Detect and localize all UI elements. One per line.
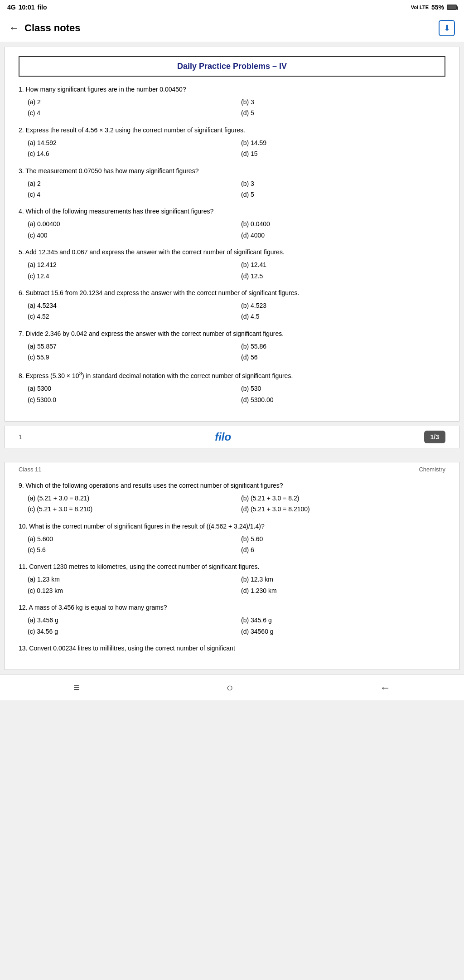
option-9b: (b) (5.21 + 3.0 = 8.2) [241, 493, 445, 503]
question-6-text: 6. Subtract 15.6 from 20.1234 and expres… [19, 288, 445, 298]
question-12-text: 12. A mass of 3.456 kg is equal to how m… [19, 603, 445, 612]
question-3-options: (a) 2 (b) 3 (c) 4 (d) 5 [19, 179, 445, 200]
option-3c: (c) 4 [28, 189, 232, 199]
option-10a: (a) 5.600 [28, 534, 232, 544]
question-10: 10. What is the correct number of signif… [19, 522, 445, 555]
question-6-options: (a) 4.5234 (b) 4.523 (c) 4.52 (d) 4.5 [19, 301, 445, 322]
page-title-box: Daily Practice Problems – IV [19, 56, 445, 77]
option-2c: (c) 14.6 [28, 149, 232, 159]
question-12-options: (a) 3.456 g (b) 345.6 g (c) 34.56 g (d) … [19, 615, 445, 636]
option-4a: (a) 0.00400 [28, 219, 232, 229]
page-number-left: 1 [19, 433, 22, 441]
option-3a: (a) 2 [28, 179, 232, 189]
question-5-text: 5. Add 12.345 and 0.067 and express the … [19, 247, 445, 257]
option-2b: (b) 14.59 [241, 138, 445, 148]
page-title: Daily Practice Problems – IV [177, 62, 287, 71]
page2-header: Class 11 Chemistry [5, 462, 459, 476]
option-12a: (a) 3.456 g [28, 615, 232, 625]
question-7-options: (a) 55.857 (b) 55.86 (c) 55.9 (d) 56 [19, 341, 445, 363]
question-4-text: 4. Which of the following measurements h… [19, 207, 445, 216]
question-1-options: (a) 2 (b) 3 (c) 4 (d) 5 [19, 97, 445, 118]
back-nav-button[interactable]: ← [380, 681, 391, 694]
question-9-text: 9. Which of the following operations and… [19, 481, 445, 490]
option-6b: (b) 4.523 [241, 301, 445, 310]
option-4b: (b) 0.0400 [241, 219, 445, 229]
option-11d: (d) 1.230 km [241, 586, 445, 596]
page1-footer: 1 filo 1/3 [5, 426, 459, 448]
battery-percent: 55% [431, 4, 444, 11]
question-4-options: (a) 0.00400 (b) 0.0400 (c) 400 (d) 4000 [19, 219, 445, 240]
option-11c: (c) 0.123 km [28, 586, 232, 596]
option-7d: (d) 56 [241, 352, 445, 362]
app-title: Class notes [24, 22, 81, 34]
option-8a: (a) 5300 [28, 383, 232, 393]
option-12b: (b) 345.6 g [241, 615, 445, 625]
question-1: 1. How many significant figures are in t… [19, 85, 445, 118]
page1-content: Daily Practice Problems – IV 1. How many… [5, 47, 459, 422]
page-indicator: 1/3 [424, 431, 445, 443]
question-3: 3. The measurement 0.07050 has how many … [19, 166, 445, 200]
option-9d: (d) (5.21 + 3.0 = 8.2100) [241, 504, 445, 514]
option-5a: (a) 12.412 [28, 260, 232, 270]
back-button[interactable]: ← [9, 22, 19, 34]
app-header-left: ← Class notes [9, 22, 81, 34]
option-1d: (d) 5 [241, 108, 445, 118]
question-1-num: 1. [19, 86, 26, 93]
download-button[interactable]: ⬇ [439, 20, 455, 36]
option-4d: (d) 4000 [241, 230, 445, 240]
question-6: 6. Subtract 15.6 from 20.1234 and expres… [19, 288, 445, 322]
question-11-text: 11. Convert 1230 metres to kilometres, u… [19, 562, 445, 572]
option-9c: (c) (5.21 + 3.0 = 8.210) [28, 504, 232, 514]
option-2d: (d) 15 [241, 149, 445, 159]
status-left: 4G 10:01 filo [7, 4, 47, 11]
question-2-text: 2. Express the result of 4.56 × 3.2 usin… [19, 126, 445, 135]
option-2a: (a) 14.592 [28, 138, 232, 148]
option-5d: (d) 12.5 [241, 271, 445, 281]
option-3b: (b) 3 [241, 179, 445, 189]
option-8b: (b) 530 [241, 383, 445, 393]
question-8-options: (a) 5300 (b) 530 (c) 5300.0 (d) 5300.00 [19, 383, 445, 405]
vol-lte-icon: Vol LTE [411, 5, 429, 10]
question-13: 13. Convert 0.00234 litres to millilitre… [19, 644, 445, 653]
question-8: 8. Express (5.30 × 103) in standard deci… [19, 369, 445, 404]
option-1b: (b) 3 [241, 97, 445, 107]
question-8-text: 8. Express (5.30 × 103) in standard deci… [19, 369, 445, 381]
home-button[interactable]: ○ [227, 681, 233, 694]
question-9-options: (a) (5.21 + 3.0 = 8.21) (b) (5.21 + 3.0 … [19, 493, 445, 514]
question-9: 9. Which of the following operations and… [19, 481, 445, 514]
question-11-options: (a) 1.23 km (b) 12.3 km (c) 0.123 km (d)… [19, 574, 445, 596]
subject-label: Chemistry [419, 466, 445, 473]
question-4: 4. Which of the following measurements h… [19, 207, 445, 240]
option-7a: (a) 55.857 [28, 341, 232, 351]
download-icon: ⬇ [444, 23, 450, 33]
option-4c: (c) 400 [28, 230, 232, 240]
question-10-text: 10. What is the correct number of signif… [19, 522, 445, 531]
option-7b: (b) 55.86 [241, 341, 445, 351]
status-bar: 4G 10:01 filo Vol LTE 55% [0, 0, 464, 15]
option-6a: (a) 4.5234 [28, 301, 232, 310]
question-7-text: 7. Divide 2.346 by 0.042 and express the… [19, 329, 445, 339]
option-11a: (a) 1.23 km [28, 574, 232, 584]
option-11b: (b) 12.3 km [241, 574, 445, 584]
filo-logo: filo [215, 431, 231, 443]
time-display: 10:01 [19, 4, 35, 11]
option-9a: (a) (5.21 + 3.0 = 8.21) [28, 493, 232, 503]
menu-button[interactable]: ≡ [73, 681, 80, 694]
question-2-options: (a) 14.592 (b) 14.59 (c) 14.6 (d) 15 [19, 138, 445, 159]
option-12d: (d) 34560 g [241, 626, 445, 636]
option-12c: (c) 34.56 g [28, 626, 232, 636]
app-header: ← Class notes ⬇ [0, 15, 464, 42]
question-5: 5. Add 12.345 and 0.067 and express the … [19, 247, 445, 281]
question-2: 2. Express the result of 4.56 × 3.2 usin… [19, 126, 445, 159]
question-11: 11. Convert 1230 metres to kilometres, u… [19, 562, 445, 596]
option-8d: (d) 5300.00 [241, 395, 445, 405]
question-1-text: 1. How many significant figures are in t… [19, 85, 445, 94]
page-gap [0, 448, 464, 462]
class-label: Class 11 [19, 466, 42, 473]
option-7c: (c) 55.9 [28, 352, 232, 362]
option-10c: (c) 5.6 [28, 545, 232, 555]
option-1c: (c) 4 [28, 108, 232, 118]
question-3-text: 3. The measurement 0.07050 has how many … [19, 166, 445, 176]
question-7: 7. Divide 2.346 by 0.042 and express the… [19, 329, 445, 363]
app-name-status: filo [38, 4, 47, 11]
